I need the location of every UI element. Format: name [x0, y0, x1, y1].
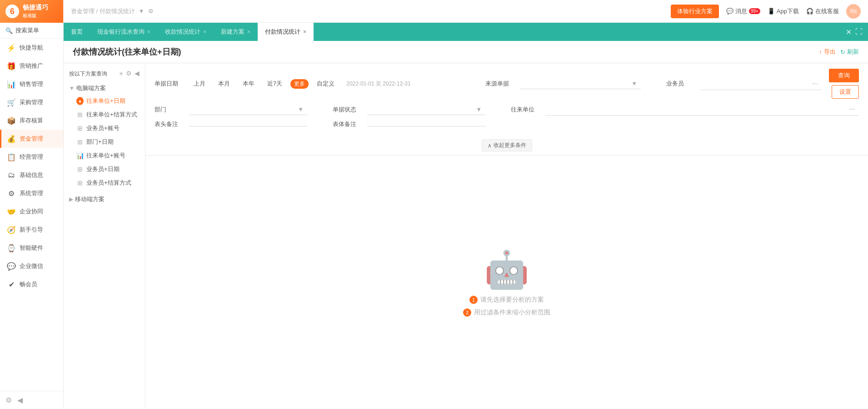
sidebar-item-enterprise[interactable]: 🤝 企业协同 — [0, 202, 63, 221]
sidebar-logo: 6 — [5, 5, 19, 18]
topbar-left: 资金管理 / 付款情况统计 ▼ ⚙ — [71, 7, 154, 15]
member-icon: ✔ — [7, 280, 16, 289]
export-icon: ↑ — [819, 49, 823, 56]
app-label: App下载 — [777, 7, 799, 15]
refresh-button[interactable]: ↻ 刷新 — [840, 48, 859, 56]
sidebar-item-label: 系统管理 — [20, 189, 43, 197]
empty-illustration: 🤖 — [484, 248, 529, 291]
sidebar-search[interactable]: 🔍 搜索菜单 — [0, 23, 63, 39]
sidebar-item-basic[interactable]: 🗂 基础信息 — [0, 166, 63, 184]
sidebar-item-wechat[interactable]: 💬 企业微信 — [0, 257, 63, 275]
left-panel-header: 按以下方案查询 + ⚙ ◀ — [64, 67, 145, 81]
sidebar-item-inventory[interactable]: 📦 库存核算 — [0, 111, 63, 130]
add-scheme-icon[interactable]: + — [119, 70, 123, 78]
collapse-chevron-icon: ∧ — [488, 142, 492, 149]
sidebar-item-quick-nav[interactable]: ⚡ 快捷导航 — [0, 39, 63, 57]
empty-hint-1-row: 1 请先选择要分析的方案 — [469, 296, 544, 304]
scheme-item-partner-date[interactable]: ● 往来单位+日期 — [64, 94, 145, 108]
sidebar-item-member[interactable]: ✔ 畅会员 — [0, 275, 63, 293]
settings-icon[interactable]: ⚙ — [5, 396, 12, 404]
user-avatar[interactable]: Rit — [846, 4, 861, 19]
date-option-last-month[interactable]: 上月 — [189, 78, 210, 89]
scheme-item-salesperson-settlement[interactable]: ⊞ 业务员+结算方式 — [64, 176, 145, 190]
date-option-more[interactable]: 更多 — [290, 79, 309, 89]
sidebar-item-purchase[interactable]: 🛒 采购管理 — [0, 93, 63, 111]
status-label: 单据状态 — [333, 106, 360, 114]
empty-state: 🤖 1 请先选择要分析的方案 2 用过滤条件来缩小分析范围 — [145, 156, 868, 409]
tab-close-receipts[interactable]: × — [203, 29, 206, 35]
date-option-this-month[interactable]: 本月 — [214, 78, 234, 89]
sidebar-search-label: 搜索菜单 — [15, 26, 39, 35]
sidebar-item-system[interactable]: ⚙ 系统管理 — [0, 184, 63, 202]
tab-payment-stats[interactable]: 付款情况统计 × — [258, 23, 314, 41]
sidebar-item-operation[interactable]: 📋 经营管理 — [0, 148, 63, 166]
dept-select[interactable]: ▼ — [189, 104, 307, 115]
page-title: 付款情况统计(往来单位+日期) — [73, 46, 181, 57]
source-select[interactable]: ▼ — [520, 78, 641, 89]
collapse-sidebar-icon[interactable]: ◀ — [17, 396, 23, 404]
tab-close-all-icon[interactable]: ✕ — [846, 28, 852, 36]
sidebar-item-label: 库存核算 — [20, 116, 43, 125]
tab-receipts[interactable]: 收款情况统计 × — [158, 23, 214, 41]
export-button[interactable]: ↑ 导出 — [819, 48, 836, 56]
settings-button[interactable]: 设置 — [832, 85, 859, 99]
trial-button[interactable]: 体验行业方案 — [671, 5, 719, 18]
sidebar-item-fund[interactable]: 💰 资金管理 — [0, 130, 63, 148]
sidebar-item-label: 畅会员 — [20, 280, 37, 288]
tab-close-payment-stats[interactable]: × — [303, 29, 306, 35]
message-badge: 99+ — [749, 8, 760, 14]
marketing-icon: 🎁 — [7, 61, 16, 71]
date-option-custom[interactable]: 自定义 — [312, 78, 339, 89]
app-icon: 📱 — [768, 8, 775, 15]
body-note-label: 表体备注 — [333, 120, 360, 128]
scheme-group-mobile-title[interactable]: ▶ 移动端方案 — [64, 193, 145, 205]
message-button[interactable]: 💬 消息 99+ — [726, 7, 760, 15]
salesperson-dots-icon[interactable]: ··· — [812, 80, 818, 88]
scheme-group-mobile: ▶ 移动端方案 — [64, 192, 145, 207]
body-note-input[interactable] — [367, 122, 485, 126]
filter-row-1: 单据日期 上月 本月 本年 近7天 更多 自定义 2022-01-01 至 20… — [155, 69, 859, 99]
sidebar-item-marketing[interactable]: 🎁 营销推广 — [0, 57, 63, 75]
left-panel-icons: + ⚙ ◀ — [119, 70, 140, 78]
tab-close-new-scheme[interactable]: × — [247, 29, 250, 35]
collapse-btn[interactable]: ∧ 收起更多条件 — [482, 139, 532, 151]
tab-bank[interactable]: 现金银行流水查询 × — [90, 23, 158, 41]
scheme-collapse-icon[interactable]: ◀ — [135, 70, 140, 78]
partner-dots-icon[interactable]: ··· — [849, 105, 855, 113]
breadcrumb-arrow-icon: ▼ — [139, 8, 145, 15]
sidebar-item-sales[interactable]: 📊 销售管理 — [0, 75, 63, 93]
salesperson-select[interactable]: ··· — [701, 78, 822, 90]
sidebar-item-hardware[interactable]: ⌚ 智能硬件 — [0, 239, 63, 257]
tab-expand-icon[interactable]: ⛶ — [855, 28, 863, 36]
scheme-settings-icon[interactable]: ⚙ — [126, 70, 132, 78]
partner-select[interactable]: ··· — [545, 103, 859, 116]
tab-close-bank[interactable]: × — [147, 29, 150, 35]
search-icon: 🔍 — [5, 27, 13, 34]
scheme-item-partner-settlement[interactable]: ⊞ 往来单位+结算方式 — [64, 108, 145, 121]
date-option-7days[interactable]: 近7天 — [263, 78, 287, 89]
date-option-this-year[interactable]: 本年 — [238, 78, 259, 89]
scheme-item-salesperson-account[interactable]: ⊞ 业务员+账号 — [64, 121, 145, 135]
sidebar-item-guide[interactable]: 🧭 新手引导 — [0, 221, 63, 239]
topbar-settings-icon[interactable]: ⚙ — [148, 8, 154, 15]
header-note-input[interactable] — [189, 122, 307, 126]
scheme-item-salesperson-date[interactable]: ⊞ 业务员+日期 — [64, 162, 145, 176]
sidebar-header: 6 畅捷通巧 标准版 — [0, 0, 63, 23]
scheme-group-pc-title[interactable]: ▼ 电脑端方案 — [64, 82, 145, 94]
scheme-item-dept-date[interactable]: ⊞ 部门+日期 — [64, 135, 145, 149]
service-label: 在线客服 — [815, 7, 839, 15]
empty-hint-2: 用过滤条件来缩小分析范围 — [474, 308, 550, 317]
basic-icon: 🗂 — [7, 171, 16, 180]
tab-new-scheme[interactable]: 新建方案 × — [214, 23, 258, 41]
sidebar-subtitle: 标准版 — [23, 13, 48, 19]
pc-group-arrow-icon: ▼ — [69, 85, 75, 91]
tab-home[interactable]: 首页 — [64, 23, 90, 41]
app-download-button[interactable]: 📱 App下载 — [768, 7, 799, 15]
tabbar: 首页 现金银行流水查询 × 收款情况统计 × 新建方案 × 付款情况统计 × ✕… — [64, 23, 868, 41]
service-button[interactable]: 🎧 在线客服 — [806, 7, 839, 15]
message-label: 消息 — [735, 7, 747, 15]
scheme-item-partner-account[interactable]: 📊 往来单位+账号 — [64, 149, 145, 162]
status-select[interactable]: ▼ — [367, 104, 485, 115]
tabbar-actions: ✕ ⛶ — [840, 28, 868, 36]
query-button[interactable]: 查询 — [829, 69, 859, 82]
